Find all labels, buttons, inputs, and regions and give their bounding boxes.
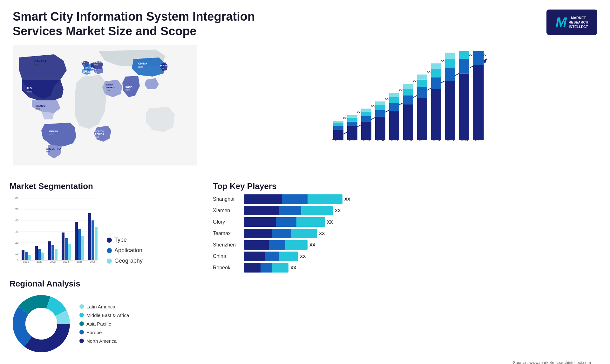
svg-rect-84 xyxy=(445,68,455,81)
svg-text:AFRICA: AFRICA xyxy=(95,133,104,136)
player-bar-container-xiamen: XX xyxy=(244,206,600,215)
svg-rect-113 xyxy=(25,252,28,260)
dot-asia-pacific xyxy=(79,321,84,326)
svg-text:20: 20 xyxy=(15,241,18,244)
svg-rect-73 xyxy=(417,80,427,87)
svg-rect-124 xyxy=(62,233,64,260)
bar-chart-container: 2021 XX 2022 XX 2023 XX xyxy=(216,45,597,165)
svg-rect-47 xyxy=(361,122,371,140)
logo-area: M MARKET RESEARCH INTELLECT xyxy=(546,10,597,35)
player-bar-container-shanghai: XX xyxy=(244,194,600,204)
svg-rect-38 xyxy=(333,121,343,123)
legend-north-america: North America xyxy=(79,338,129,344)
segmentation-section: Market Segmentation 60 50 40 30 20 10 0 xyxy=(6,178,210,276)
seg-chart-container: 60 50 40 30 20 10 0 xyxy=(10,194,207,264)
svg-text:2023: 2023 xyxy=(363,138,370,142)
logo-letter: M xyxy=(556,15,567,30)
svg-text:JAPAN: JAPAN xyxy=(159,64,168,67)
svg-text:XX: XX xyxy=(413,80,417,83)
svg-rect-134 xyxy=(95,227,98,260)
svg-text:xx%: xx% xyxy=(95,136,99,138)
svg-rect-37 xyxy=(333,123,343,126)
regional-section: Regional Analysis xyxy=(6,276,210,359)
legend-dot-type xyxy=(107,238,112,243)
svg-text:ITALY: ITALY xyxy=(93,68,100,71)
legend-label-geography: Geography xyxy=(114,258,143,264)
svg-rect-79 xyxy=(431,69,441,77)
svg-text:xx%: xx% xyxy=(49,133,53,135)
svg-rect-53 xyxy=(375,117,385,140)
player-name-xiamen: Xiamen xyxy=(213,208,241,213)
legend-application: Application xyxy=(107,247,143,254)
svg-point-141 xyxy=(25,308,57,340)
map-section: CANADA xx% U.S. xx% MEXICO xx% BRAZIL xx… xyxy=(6,42,210,178)
svg-text:XX: XX xyxy=(343,117,347,120)
svg-text:xx%: xx% xyxy=(83,74,87,76)
player-name-shenzhen: Shenzhen xyxy=(213,242,241,248)
label-north-america: North America xyxy=(86,338,117,344)
svg-text:2031: 2031 xyxy=(475,138,482,142)
svg-text:XX: XX xyxy=(371,104,375,107)
svg-text:50: 50 xyxy=(15,208,18,211)
svg-rect-66 xyxy=(403,95,413,104)
svg-rect-118 xyxy=(41,253,44,260)
svg-text:CHINA: CHINA xyxy=(138,62,147,65)
svg-rect-77 xyxy=(431,89,441,140)
svg-text:XX: XX xyxy=(399,89,403,92)
svg-rect-55 xyxy=(375,105,385,110)
svg-text:xx%: xx% xyxy=(159,67,164,70)
svg-rect-85 xyxy=(445,59,455,68)
player-row-shenzhen: Shenzhen XX xyxy=(213,240,600,250)
svg-rect-121 xyxy=(51,245,54,260)
svg-rect-116 xyxy=(35,246,38,260)
segmentation-title: Market Segmentation xyxy=(10,181,207,191)
svg-rect-36 xyxy=(333,126,343,130)
players-title: Top Key Players xyxy=(213,181,600,191)
players-list: Shanghai XX Xiamen xyxy=(213,194,600,273)
svg-rect-120 xyxy=(48,241,51,260)
svg-rect-89 xyxy=(459,74,469,140)
seg-chart-svg: 60 50 40 30 20 10 0 xyxy=(10,194,98,264)
svg-text:GERMANY: GERMANY xyxy=(94,60,107,63)
player-name-shanghai: Shanghai xyxy=(213,196,241,202)
svg-rect-80 xyxy=(431,64,441,69)
label-latin-america: Latin America xyxy=(86,304,115,309)
svg-text:ARGENTINA: ARGENTINA xyxy=(46,147,61,150)
dot-latin-america xyxy=(79,304,84,309)
svg-text:XX: XX xyxy=(483,54,486,57)
svg-rect-60 xyxy=(389,103,399,111)
main-content: CANADA xx% U.S. xx% MEXICO xx% BRAZIL xx… xyxy=(0,42,610,359)
svg-text:U.S.: U.S. xyxy=(27,87,33,90)
donut-chart xyxy=(10,292,73,355)
svg-rect-72 xyxy=(417,87,427,98)
svg-text:2026: 2026 xyxy=(404,138,412,142)
svg-rect-49 xyxy=(361,112,371,116)
dot-north-america xyxy=(79,339,84,343)
svg-rect-125 xyxy=(65,238,68,260)
svg-text:XX: XX xyxy=(455,51,458,51)
svg-rect-43 xyxy=(347,118,357,122)
header: Smart City Information System Integratio… xyxy=(0,0,610,42)
svg-text:FRANCE: FRANCE xyxy=(83,66,94,69)
player-name-ropeok: Ropeok xyxy=(213,265,241,271)
player-bar-shanghai xyxy=(244,194,342,204)
player-bar-container-teamax: XX xyxy=(244,229,600,238)
legend-geography: Geography xyxy=(107,258,143,264)
svg-rect-91 xyxy=(459,51,469,59)
svg-rect-133 xyxy=(92,220,94,260)
svg-text:0: 0 xyxy=(17,259,18,262)
player-name-teamax: Teamax xyxy=(213,231,241,236)
legend-asia-pacific: Asia Pacific xyxy=(79,321,129,327)
svg-rect-62 xyxy=(389,93,399,97)
player-bar-glory xyxy=(244,217,325,227)
donut-container: Latin America Middle East & Africa Asia … xyxy=(10,292,207,355)
player-bar-teamax xyxy=(244,229,317,238)
legend-europe: Europe xyxy=(79,330,129,335)
svg-rect-44 xyxy=(347,115,357,118)
svg-text:30: 30 xyxy=(15,230,18,233)
svg-rect-117 xyxy=(38,249,41,260)
legend-label-application: Application xyxy=(114,247,142,254)
player-row-ropeok: Ropeok XX xyxy=(213,263,600,273)
svg-text:2029: 2029 xyxy=(446,138,454,142)
svg-text:60: 60 xyxy=(15,197,18,200)
